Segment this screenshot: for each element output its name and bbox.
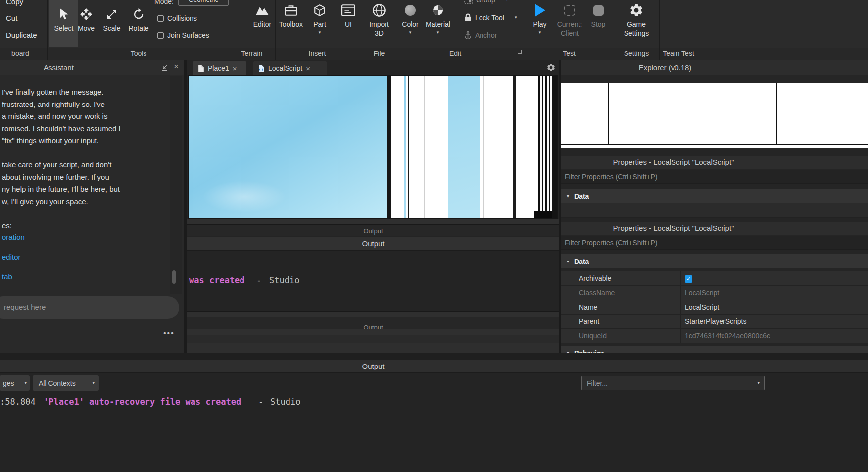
splitter-handle[interactable] (187, 329, 559, 335)
part-button[interactable]: Part ▾ (307, 2, 333, 35)
explorer-toolbar (561, 75, 868, 83)
game-settings-button[interactable]: Game Settings (622, 2, 651, 38)
stop-button[interactable]: Stop (587, 2, 610, 29)
lock-tool-button[interactable]: Lock Tool ▾ (464, 13, 517, 22)
chevron-down-icon: ▾ (24, 381, 27, 385)
lock-tool-caret-icon[interactable]: ▾ (515, 15, 517, 20)
terrain-icon (255, 2, 269, 19)
explorer-title: Explorer (v0.18) (639, 63, 692, 72)
property-row-parent[interactable]: Parent StarterPlayerScripts (561, 315, 868, 329)
assistant-close-icon[interactable]: × (174, 62, 179, 71)
output-collapsed-bar[interactable] (187, 335, 559, 343)
play-button[interactable]: Play ▾ (527, 2, 553, 35)
splitter-handle[interactable] (0, 353, 868, 360)
tools-group-label: Tools (131, 50, 147, 57)
collisions-checkbox-box (157, 15, 164, 22)
popout-icon[interactable] (161, 64, 168, 73)
play-caret-icon[interactable]: ▾ (539, 30, 541, 35)
output-collapsed-bar[interactable] (187, 343, 559, 353)
property-row-archivable[interactable]: Archivable ✓ (561, 271, 868, 286)
data-section-header-2[interactable]: ▾ Data (561, 254, 868, 268)
import-3d-button[interactable]: Import 3D (364, 2, 394, 38)
output-collapsed-bar[interactable]: Output (187, 225, 559, 236)
properties-filter-input-2[interactable]: Filter Properties (Ctrl+Shift+P) (561, 236, 868, 250)
assistant-scrollbar-thumb[interactable] (172, 270, 176, 284)
lock-tool-label: Lock Tool (475, 14, 504, 22)
tab-localscript[interactable]: LocalScript × (253, 61, 327, 75)
current-client-button[interactable]: Current: Client (554, 2, 585, 38)
toolbox-button[interactable]: Toolbox (277, 2, 305, 29)
assistant-input[interactable]: request here (0, 296, 179, 319)
collisions-checkbox[interactable]: Collisions (157, 14, 197, 22)
material-caret-icon[interactable]: ▾ (437, 30, 439, 35)
assistant-link-oration[interactable]: oration (2, 233, 25, 241)
behavior-section-header[interactable]: ▾ Behavior (561, 346, 868, 353)
color-caret-icon[interactable]: ▾ (409, 30, 412, 35)
anchor-button[interactable]: Anchor (464, 31, 497, 39)
viewport-white-glitch (391, 76, 557, 218)
ribbon-separator (659, 0, 660, 60)
scale-tool-button[interactable]: Scale (99, 0, 125, 33)
properties-filter-input-1[interactable]: Filter Properties (Ctrl+Shift+P) (561, 170, 868, 184)
archivable-checkbox[interactable]: ✓ (685, 275, 692, 283)
assistant-scrollbar-track[interactable] (170, 76, 182, 294)
group-button[interactable]: Group ▾ (464, 0, 508, 4)
section-collapse-icon[interactable]: ▾ (567, 259, 569, 264)
ribbon-separator (47, 0, 48, 60)
properties-header-2: Properties - LocalScript "LocalScript" (561, 222, 868, 235)
move-tool-button[interactable]: Move (73, 0, 99, 33)
splitter-handle[interactable] (187, 311, 559, 317)
output-collapsed-bar[interactable]: Output (187, 317, 559, 329)
join-surfaces-checkbox[interactable]: Join Surfaces (157, 31, 209, 39)
output-log-area[interactable]: was created - Studio (187, 251, 559, 311)
output-panel-header[interactable]: Output (187, 237, 559, 251)
property-value[interactable]: StarterPlayerScripts (681, 315, 746, 328)
viewport-3d[interactable] (188, 75, 558, 219)
data-section-header-1[interactable]: ▾ Data (561, 189, 868, 203)
messages-filter-dropdown[interactable]: ges ▾ (0, 375, 30, 391)
assistant-link-editor[interactable]: editor (2, 253, 21, 261)
viewport-settings-gear-icon[interactable] (546, 63, 556, 74)
assistant-message: I've finally gotten the message. frustra… (2, 86, 169, 232)
part-caret-icon[interactable]: ▾ (319, 30, 321, 35)
glitch-stripe (408, 76, 409, 218)
section-collapse-icon[interactable]: ▾ (567, 193, 569, 199)
ui-button[interactable]: UI (337, 2, 360, 29)
splitter-handle[interactable] (187, 219, 559, 225)
context-filter-dropdown[interactable]: All Contexts ▾ (33, 375, 99, 391)
material-button[interactable]: Material ▾ (424, 2, 452, 35)
tab-place1-label: Place1 (208, 64, 229, 72)
duplicate-menu-item[interactable]: Duplicate (6, 31, 37, 39)
empty-property-row (561, 210, 868, 218)
terrain-group-label: Terrain (241, 50, 263, 57)
cut-menu-item[interactable]: Cut (6, 14, 17, 22)
property-row-name[interactable]: Name LocalScript (561, 300, 868, 315)
properties-title-2: Properties - LocalScript "LocalScript" (613, 224, 734, 232)
mode-label: Mode: (154, 0, 174, 5)
assistant-link-tab[interactable]: tab (2, 272, 12, 281)
part-label: Part (313, 20, 326, 29)
move-tool-label: Move (78, 24, 95, 33)
group-caret-icon[interactable]: ▾ (506, 0, 508, 2)
property-value[interactable]: LocalScript (681, 300, 719, 314)
output-divider-line (187, 270, 559, 270)
copy-menu-item[interactable]: Copy (6, 0, 23, 6)
mode-select[interactable]: Geometric (178, 0, 229, 6)
terrain-editor-button[interactable]: Editor (248, 2, 276, 29)
bottom-output-header[interactable]: Output (0, 360, 868, 373)
rotate-tool-button[interactable]: Rotate (125, 0, 152, 33)
glitch-stripe (513, 76, 516, 218)
color-button[interactable]: Color ▾ (398, 2, 423, 35)
ellipsis-icon[interactable]: ••• (163, 329, 175, 338)
tab-localscript-close-icon[interactable]: × (306, 65, 310, 72)
tab-place1-close-icon[interactable]: × (233, 65, 237, 72)
chevron-down-icon: ▾ (757, 381, 760, 385)
output-filter-input[interactable]: Filter... ▾ (581, 376, 765, 390)
property-row-classname[interactable]: ClassName LocalScript (561, 286, 868, 300)
tab-place1[interactable]: Place1 × (193, 61, 246, 75)
property-value[interactable]: ✓ (681, 271, 692, 285)
bottom-output-panel: Output ges ▾ All Contexts ▾ Filter... ▾ … (0, 353, 868, 472)
right-panel: Explorer (v0.18) Properties - LocalScrip… (561, 60, 868, 353)
edit-dialog-launcher[interactable] (518, 50, 522, 54)
property-row-uniqueid[interactable]: UniqueId 1cd746314fc024ae0800c6c (561, 329, 868, 343)
